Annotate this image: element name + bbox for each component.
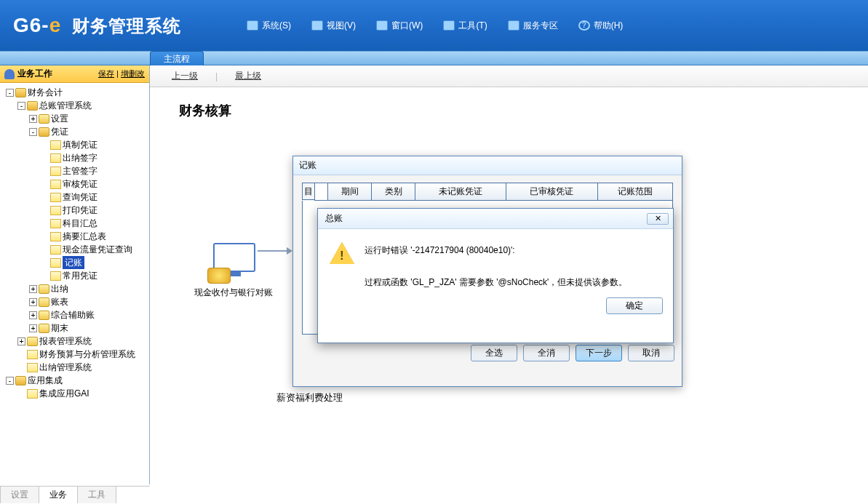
messagebox-titlebar[interactable]: 总账 ✕ xyxy=(318,209,673,229)
expand-icon[interactable]: + xyxy=(29,115,37,123)
tree-voucher-item[interactable]: 填制凭证 xyxy=(39,138,149,151)
col-type[interactable]: 类别 xyxy=(372,183,415,201)
menu-view[interactable]: 视图(V) xyxy=(311,20,356,32)
tree-cashier[interactable]: +出纳 xyxy=(28,282,149,295)
messagebox-text: 运行时错误 '-2147217904 (80040e10)': 过程或函数 'G… xyxy=(365,242,627,290)
doc-icon xyxy=(50,206,61,215)
logo-cn: 财务管理系统 xyxy=(72,16,181,36)
folder-open-icon xyxy=(27,101,38,111)
expand-icon[interactable]: + xyxy=(17,337,25,345)
folder-open-icon xyxy=(39,127,49,137)
tree-voucher-item[interactable]: 主管签字 xyxy=(39,164,149,177)
tree-voucher-item[interactable]: 查询凭证 xyxy=(39,191,149,204)
folder-icon xyxy=(39,324,49,333)
doc-icon xyxy=(50,180,61,189)
breadcrumb-up[interactable]: 上一级 xyxy=(172,70,198,82)
doc-icon xyxy=(27,363,38,372)
tree-voucher-item[interactable]: 科目汇总 xyxy=(39,217,149,230)
breadcrumb-top[interactable]: 最上级 xyxy=(235,70,261,82)
sidebar: 业务工作 保存 | 增删改 -财务会计 -总账管理系统 +设置 xyxy=(0,65,150,484)
close-button[interactable]: ✕ xyxy=(647,213,669,225)
stub-cell: 目 xyxy=(302,183,314,200)
tree-cashier-sys[interactable]: 出纳管理系统 xyxy=(16,361,149,374)
tree-voucher-item[interactable]: 常用凭证 xyxy=(39,269,149,282)
breadcrumb-sep: | xyxy=(215,71,218,81)
app-header: G6-e 财务管理系统 系统(S) 视图(V) 窗口(W) 工具(T) 服务专区… xyxy=(0,0,868,51)
sidebar-save-link[interactable]: 保存 xyxy=(98,69,114,78)
tree-periodend[interactable]: +期末 xyxy=(28,321,149,335)
sidebar-edit-link[interactable]: 增删改 xyxy=(121,69,145,78)
next-button[interactable]: 下一步 xyxy=(576,345,622,361)
cancel-button[interactable]: 取消 xyxy=(628,345,674,361)
tree-voucher-item[interactable]: 审核凭证 xyxy=(39,177,149,191)
menu-help[interactable]: ?帮助(H) xyxy=(578,20,624,32)
doc-icon xyxy=(50,167,61,176)
flow-label: 现金收付与银行对账 xyxy=(194,287,274,299)
expand-icon[interactable]: + xyxy=(29,285,37,293)
expand-icon[interactable]: + xyxy=(29,311,37,319)
menu-service[interactable]: 服务专区 xyxy=(508,20,558,32)
doc-icon xyxy=(50,271,61,281)
tree-books[interactable]: +账表 xyxy=(28,295,149,308)
top-menu-bar: 系统(S) 视图(V) 窗口(W) 工具(T) 服务专区 ?帮助(H) xyxy=(247,20,623,32)
folder-icon xyxy=(39,284,49,294)
menu-tools[interactable]: 工具(T) xyxy=(443,20,487,32)
collapse-icon[interactable]: - xyxy=(29,128,37,136)
tree-finance-acct[interactable]: -财务会计 xyxy=(4,86,149,99)
expand-icon[interactable]: + xyxy=(29,324,37,332)
bottom-tab-business[interactable]: 业务 xyxy=(39,486,78,503)
folder-icon xyxy=(39,297,49,307)
bottom-tabs: 设置 业务 工具 xyxy=(0,486,150,503)
error-line2: 过程或函数 'GL_P_JZA' 需要参数 '@sNoCheck'，但未提供该参… xyxy=(365,274,627,290)
folder-icon xyxy=(39,114,49,124)
tree-report-sys[interactable]: +报表管理系统 xyxy=(16,335,149,348)
record-table: 期间 类别 未记账凭证 已审核凭证 记账范围 xyxy=(314,183,673,201)
menu-window[interactable]: 窗口(W) xyxy=(376,20,423,32)
folder-icon xyxy=(27,337,38,346)
window-icon xyxy=(376,20,388,31)
tree-gai[interactable]: 集成应用GAI xyxy=(16,387,149,400)
doc-icon xyxy=(50,153,61,163)
folder-open-icon xyxy=(15,88,26,97)
tab-main-flow[interactable]: 主流程 xyxy=(150,51,204,66)
collapse-icon[interactable]: - xyxy=(6,377,14,385)
col-range[interactable]: 记账范围 xyxy=(597,183,672,201)
tree-voucher-post[interactable]: 记账 xyxy=(39,256,149,269)
doc-icon xyxy=(50,193,61,202)
collapse-icon[interactable]: - xyxy=(17,102,25,110)
help-icon: ? xyxy=(578,20,590,31)
col-checkbox[interactable] xyxy=(315,183,328,201)
doc-icon xyxy=(50,219,61,228)
tree-voucher-item[interactable]: 打印凭证 xyxy=(39,204,149,217)
expand-icon[interactable]: + xyxy=(29,298,37,306)
logo-e: e xyxy=(49,14,62,36)
tree-aux[interactable]: +综合辅助账 xyxy=(28,308,149,321)
bottom-tab-settings[interactable]: 设置 xyxy=(0,486,39,503)
menu-system[interactable]: 系统(S) xyxy=(247,20,291,32)
doc-icon xyxy=(50,258,61,268)
gear-icon xyxy=(443,20,455,31)
tree-budget-sys[interactable]: 财务预算与分析管理系统 xyxy=(16,348,149,361)
strip-bar xyxy=(0,51,868,65)
tree-voucher-item[interactable]: 摘要汇总表 xyxy=(39,230,149,243)
col-audited[interactable]: 已审核凭证 xyxy=(506,183,597,201)
record-dialog-buttons: 全选 全消 下一步 取消 xyxy=(293,340,682,361)
col-period[interactable]: 期间 xyxy=(328,183,372,201)
tree-voucher-item[interactable]: 现金流量凭证查询 xyxy=(39,243,149,256)
bottom-tab-tools[interactable]: 工具 xyxy=(77,486,116,503)
collapse-icon[interactable]: - xyxy=(6,89,14,97)
tree-app-integration[interactable]: -应用集成 xyxy=(4,374,149,387)
select-all-button[interactable]: 全选 xyxy=(471,345,517,361)
tree-voucher-item[interactable]: 出纳签字 xyxy=(39,151,149,164)
tree-gl-system[interactable]: -总账管理系统 xyxy=(16,99,149,112)
breadcrumb: 上一级 | 最上级 xyxy=(150,65,868,87)
deselect-all-button[interactable]: 全消 xyxy=(523,345,570,361)
col-unposted[interactable]: 未记账凭证 xyxy=(415,183,506,201)
tree-voucher[interactable]: -凭证 xyxy=(28,125,149,138)
doc-icon xyxy=(50,245,61,255)
ok-button[interactable]: 确定 xyxy=(606,297,663,314)
tree-setup[interactable]: +设置 xyxy=(28,112,149,125)
nav-tree: -财务会计 -总账管理系统 +设置 -凭证 填制凭证 出纳签字 xyxy=(0,83,149,484)
folder-icon xyxy=(39,311,49,320)
folder-open-icon xyxy=(15,376,26,385)
